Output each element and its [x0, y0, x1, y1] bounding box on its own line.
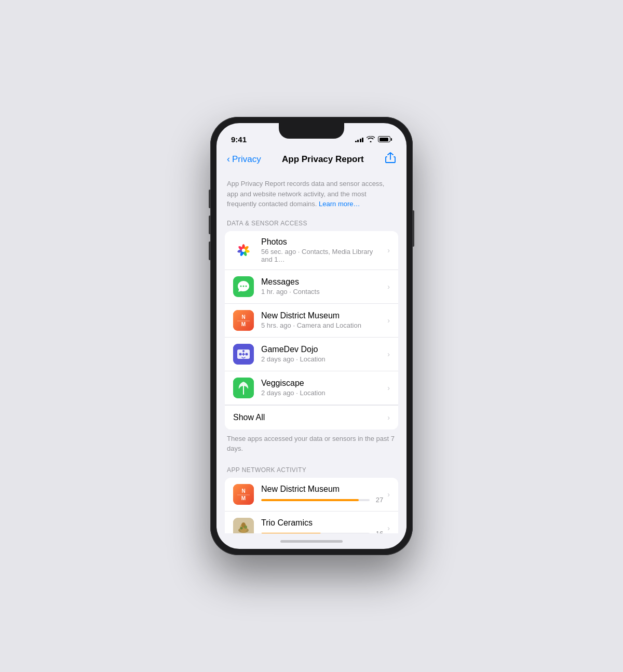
- list-item[interactable]: Messages 1 hr. ago · Contacts ›: [225, 270, 398, 304]
- trio-bar-row: 16: [261, 530, 383, 533]
- messages-title: Messages: [261, 277, 383, 287]
- gamedev-item-content: GameDev Dojo 2 days ago · Location: [261, 345, 383, 363]
- photos-subtitle: 56 sec. ago · Contacts, Media Library an…: [261, 248, 383, 263]
- svg-point-33: [244, 526, 247, 529]
- show-all-label: Show All: [233, 413, 383, 422]
- photos-app-icon: [233, 240, 254, 261]
- trio-title: Trio Ceramics: [261, 518, 383, 528]
- trio-network-content: Trio Ceramics 16: [261, 518, 383, 533]
- back-chevron-icon: ‹: [227, 154, 230, 165]
- phone-screen: 9:41: [216, 123, 407, 549]
- chevron-right-icon: ›: [387, 316, 390, 325]
- svg-rect-23: [242, 354, 245, 355]
- gamedev-title: GameDev Dojo: [261, 345, 383, 354]
- wifi-icon: [367, 136, 375, 142]
- learn-more-link[interactable]: Learn more…: [319, 200, 360, 208]
- battery-icon: [378, 136, 392, 142]
- status-icons: [355, 136, 392, 142]
- svg-point-9: [240, 285, 242, 287]
- ndm-network-content: New District Museum 27: [261, 485, 383, 504]
- description-text: App Privacy Report records data and sens…: [227, 180, 384, 208]
- data-sensor-card: Photos 56 sec. ago · Contacts, Media Lib…: [225, 231, 398, 429]
- messages-app-icon: [233, 276, 254, 297]
- data-sensor-footer: These apps accessed your data or sensors…: [216, 429, 407, 466]
- network-activity-card: N M New District Museum 27: [225, 478, 398, 534]
- show-all-button[interactable]: Show All ›: [225, 405, 398, 429]
- chevron-right-icon: ›: [387, 350, 390, 358]
- list-item[interactable]: GameDev Dojo 2 days ago · Location ›: [225, 338, 398, 371]
- chevron-right-icon: ›: [387, 283, 390, 291]
- chevron-right-icon: ›: [387, 246, 390, 254]
- svg-rect-13: [233, 310, 254, 331]
- list-item[interactable]: N M New District Museum 5 hrs. ago · Cam…: [225, 304, 398, 338]
- trio-count: 16: [373, 530, 383, 533]
- ndm-count: 27: [373, 496, 383, 504]
- svg-point-10: [243, 285, 245, 287]
- notch: [279, 123, 344, 139]
- chevron-right-icon: ›: [387, 524, 390, 532]
- trio-app-icon: [233, 518, 254, 534]
- chevron-right-icon: ›: [387, 413, 390, 422]
- ndm-app-icon: N M: [233, 310, 254, 331]
- svg-rect-25: [233, 484, 254, 505]
- messages-subtitle: 1 hr. ago · Contacts: [261, 288, 383, 295]
- ndm-network-icon: N M: [233, 484, 254, 505]
- chevron-right-icon: ›: [387, 384, 390, 392]
- data-sensor-header: DATA & SENSOR ACCESS: [216, 220, 407, 231]
- svg-point-11: [246, 285, 247, 287]
- svg-point-19: [239, 353, 242, 355]
- veggiscape-title: Veggiscape: [261, 379, 383, 388]
- ndm-bar-row: 27: [261, 496, 383, 504]
- list-item[interactable]: Veggiscape 2 days ago · Location ›: [225, 371, 398, 405]
- veggiscape-item-content: Veggiscape 2 days ago · Location: [261, 379, 383, 397]
- veggiscape-subtitle: 2 days ago · Location: [261, 389, 383, 397]
- photos-title: Photos: [261, 237, 383, 247]
- list-item[interactable]: N M New District Museum 27: [225, 478, 398, 512]
- scroll-content[interactable]: App Privacy Report records data and sens…: [216, 172, 407, 533]
- back-label[interactable]: Privacy: [232, 154, 261, 165]
- ndm-subtitle: 5 hrs. ago · Camera and Location: [261, 321, 383, 329]
- svg-point-8: [242, 248, 245, 251]
- svg-text:N: N: [241, 314, 245, 320]
- ndm-title: New District Museum: [261, 311, 383, 320]
- ndm-network-title: New District Museum: [261, 485, 383, 494]
- status-time: 9:41: [231, 135, 247, 144]
- nav-bar: ‹ Privacy App Privacy Report: [216, 148, 407, 172]
- photos-item-content: Photos 56 sec. ago · Contacts, Media Lib…: [261, 237, 383, 263]
- svg-text:N: N: [241, 488, 245, 494]
- home-indicator: [216, 533, 407, 549]
- list-item[interactable]: Trio Ceramics 16 ›: [225, 512, 398, 534]
- gamedev-app-icon: [233, 344, 254, 365]
- ndm-bar-fill: [261, 499, 359, 501]
- share-button[interactable]: [385, 152, 396, 166]
- home-bar: [280, 540, 343, 543]
- gamedev-subtitle: 2 days ago · Location: [261, 355, 383, 363]
- chevron-right-icon: ›: [387, 490, 390, 499]
- description-block: App Privacy Report records data and sens…: [216, 172, 407, 220]
- phone-frame: 9:41: [210, 117, 413, 555]
- svg-point-34: [240, 527, 243, 529]
- network-activity-header: APP NETWORK ACTIVITY: [216, 466, 407, 478]
- ndm-bar-track: [261, 499, 370, 501]
- back-button[interactable]: ‹ Privacy: [227, 154, 261, 165]
- svg-point-21: [242, 350, 245, 352]
- messages-item-content: Messages 1 hr. ago · Contacts: [261, 277, 383, 295]
- page-title: App Privacy Report: [282, 154, 364, 165]
- svg-point-20: [246, 353, 248, 355]
- svg-text:M: M: [241, 321, 246, 327]
- veggiscape-app-icon: [233, 378, 254, 398]
- ndm-item-content: New District Museum 5 hrs. ago · Camera …: [261, 311, 383, 329]
- svg-text:M: M: [241, 495, 246, 501]
- list-item[interactable]: Photos 56 sec. ago · Contacts, Media Lib…: [225, 231, 398, 270]
- signal-icon: [355, 136, 364, 142]
